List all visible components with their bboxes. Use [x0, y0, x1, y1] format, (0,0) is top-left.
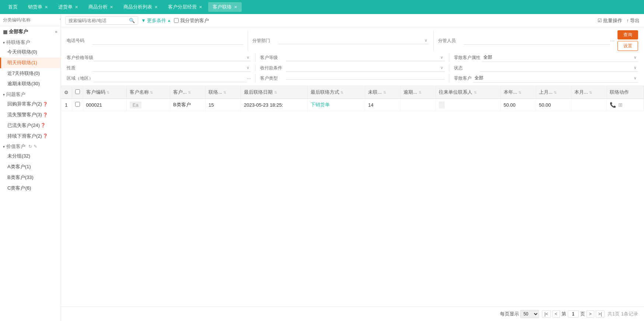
filter-nature-select[interactable]: ∨ — [92, 64, 251, 72]
filter-price-level-field: 客户价格等级 ∨ — [67, 54, 251, 61]
sort-icon[interactable]: ⇅ — [518, 90, 521, 94]
sidebar-group-problem-customer[interactable]: 问题客户 — [0, 89, 60, 99]
filter-person-field: 分管人员 ··· — [438, 37, 615, 45]
filter-customer-type-select[interactable] — [286, 77, 444, 80]
prev-page-button[interactable]: < — [552, 310, 560, 318]
sort-icon[interactable]: ⇅ — [340, 90, 343, 94]
nav-product-analysis-list[interactable]: 商品分析列表 ✕ — [119, 2, 162, 12]
filter-customer-level-select[interactable]: ∨ — [286, 54, 444, 61]
sidebar-group-pending-contact[interactable]: 待联络客户 — [0, 37, 60, 47]
edit-icon[interactable]: ✎ — [34, 144, 37, 149]
row-overdue — [400, 99, 436, 111]
all-customers-header[interactable]: ▦ 全部客户 « — [0, 26, 60, 37]
sidebar-group-value-customer[interactable]: 价值客户 ↻ ✎ — [0, 141, 60, 151]
help-icon: ❓ — [43, 133, 48, 139]
sidebar-item-repurchase-anomaly[interactable]: 回购异常客户(2) ❓ — [0, 99, 60, 110]
filter-retail-customer-select[interactable]: 全部 ∨ — [473, 74, 638, 83]
more-filter-button[interactable]: ▼ 更多条件 ▲ — [141, 17, 171, 24]
toolbar: 🔍 ▼ 更多条件 ▲ 我分管的客户 ☑ 批量操作 ↑ 导出 — [61, 14, 644, 27]
close-icon[interactable]: ✕ — [110, 5, 113, 10]
col-customer-code: 客户编码 ⇅ — [83, 86, 126, 99]
sort-icon[interactable]: ⇅ — [554, 90, 557, 94]
sort-icon[interactable]: ⇅ — [589, 90, 592, 94]
nav-product-analysis[interactable]: 商品分析 ✕ — [84, 2, 118, 12]
sort-icon[interactable]: ⇅ — [150, 90, 153, 94]
close-icon[interactable]: ✕ — [234, 5, 237, 10]
row-customer-type: B类客户 — [170, 99, 206, 111]
my-customers-checkbox[interactable] — [174, 18, 179, 23]
row-name: Ea — [126, 99, 170, 111]
sort-icon[interactable]: ⇅ — [383, 90, 386, 94]
row-checkbox-cell — [72, 99, 83, 111]
sidebar-item-ungrouped[interactable]: 未分组(32) — [0, 151, 60, 162]
nav-sales-order[interactable]: 销货单 ✕ — [24, 2, 52, 12]
more-options-icon[interactable]: ··· — [610, 38, 615, 44]
sidebar-item-class-c[interactable]: C类客户(6) — [0, 183, 60, 194]
filter-payment-select[interactable]: ∨ — [286, 64, 444, 72]
settings-button[interactable]: 设置 — [617, 41, 638, 51]
last-contact-method-link[interactable]: 下销货单 — [311, 102, 330, 107]
search-button[interactable]: 🔍 — [129, 18, 135, 23]
chevron-down-icon: ∨ — [634, 55, 637, 60]
select-all-checkbox[interactable] — [75, 89, 80, 94]
help-icon: ❓ — [41, 122, 46, 129]
row-checkbox[interactable] — [75, 102, 80, 107]
close-icon[interactable]: ✕ — [154, 5, 158, 10]
close-icon[interactable]: ✕ — [75, 5, 78, 10]
filter-region-input[interactable] — [93, 75, 247, 82]
page-input[interactable] — [568, 310, 579, 318]
next-page-button[interactable]: > — [587, 310, 594, 318]
query-button[interactable]: 查询 — [617, 30, 638, 39]
nav-customer-contact[interactable]: 客户联络 ✕ — [208, 2, 242, 12]
col-customer-type: 客户... ⇅ — [170, 86, 206, 99]
sidebar-item-churned[interactable]: 已流失客户(24) ❓ — [0, 120, 60, 131]
batch-operation-button[interactable]: ☑ 批量操作 — [598, 17, 622, 24]
chevron-down-icon: ∨ — [440, 55, 443, 60]
filter-retail-attr-field: 零散客户属性 全部 ∨ — [454, 53, 638, 62]
table-row: 1 000021 Ea B类客户 — [61, 99, 644, 111]
filter-price-level-select[interactable]: ∨ — [93, 54, 251, 61]
row-unit-contact — [436, 99, 500, 111]
sort-icon[interactable]: ⇅ — [223, 90, 226, 94]
close-icon[interactable]: ✕ — [45, 5, 48, 10]
action-phone-icon[interactable]: 📞 — [610, 102, 616, 108]
export-icon: ↑ — [627, 18, 629, 23]
sort-icon[interactable]: ⇅ — [274, 90, 277, 94]
filter-dept-select[interactable]: ∨ — [278, 37, 429, 44]
sidebar-item-declining[interactable]: 持续下滑客户(2) ❓ — [0, 131, 60, 142]
page-size-select[interactable]: 50 100 — [520, 310, 539, 318]
sidebar-item-churn-warning[interactable]: 流失预警客户(3) ❓ — [0, 110, 60, 120]
sidebar-item-class-a[interactable]: A类客户(1) — [0, 162, 60, 172]
search-input[interactable] — [69, 18, 127, 23]
filter-person-input[interactable] — [464, 37, 610, 45]
nav-home[interactable]: 首页 — [4, 2, 22, 12]
row-code: 000021 — [83, 99, 126, 111]
more-options-icon[interactable]: ··· — [247, 75, 251, 81]
nav-customer-tier[interactable]: 客户分层经营 ✕ — [164, 2, 207, 12]
col-checkbox — [72, 86, 83, 99]
refresh-icon[interactable]: ↻ — [28, 144, 32, 149]
sidebar-search-input[interactable] — [3, 17, 58, 23]
filter-retail-attr-select[interactable]: 全部 ∨ — [482, 53, 638, 62]
page-navigation: |< < 第 页 > >| — [542, 310, 605, 318]
sort-icon[interactable]: ⇅ — [419, 90, 421, 94]
sidebar-item-tomorrow-contact[interactable]: 明天待联络(1) — [0, 58, 60, 68]
top-nav: 首页 销货单 ✕ 进货单 ✕ 商品分析 ✕ 商品分析列表 ✕ 客户分层经营 ✕ … — [0, 0, 644, 14]
action-qr-icon[interactable]: ⊞ — [618, 102, 623, 108]
last-page-button[interactable]: >| — [596, 310, 605, 318]
sort-icon[interactable]: ⇅ — [106, 90, 109, 94]
filter-phone-input[interactable] — [92, 37, 243, 45]
sidebar-item-today-contact[interactable]: 今天待联络(0) — [0, 47, 60, 58]
sort-icon[interactable]: ⇅ — [474, 90, 477, 94]
sidebar-item-class-b[interactable]: B类客户(33) — [0, 172, 60, 183]
close-icon[interactable]: ✕ — [199, 5, 202, 10]
nav-purchase-order[interactable]: 进货单 ✕ — [54, 2, 83, 12]
first-page-button[interactable]: |< — [542, 310, 551, 318]
export-button[interactable]: ↑ 导出 — [627, 17, 640, 24]
sidebar-item-7days-contact[interactable]: 近7天待联络(0) — [0, 68, 60, 79]
sort-icon[interactable]: ⇅ — [188, 90, 191, 94]
customer-table: ⚙ 客户编码 ⇅ 客户名称 ⇅ 客户... ⇅ — [61, 86, 644, 111]
col-not-contacted: 未联... ⇅ — [365, 86, 400, 99]
sidebar-item-overdue-contact[interactable]: 逾期未联络(30) — [0, 79, 60, 89]
filter-status-select[interactable]: ∨ — [480, 64, 638, 72]
